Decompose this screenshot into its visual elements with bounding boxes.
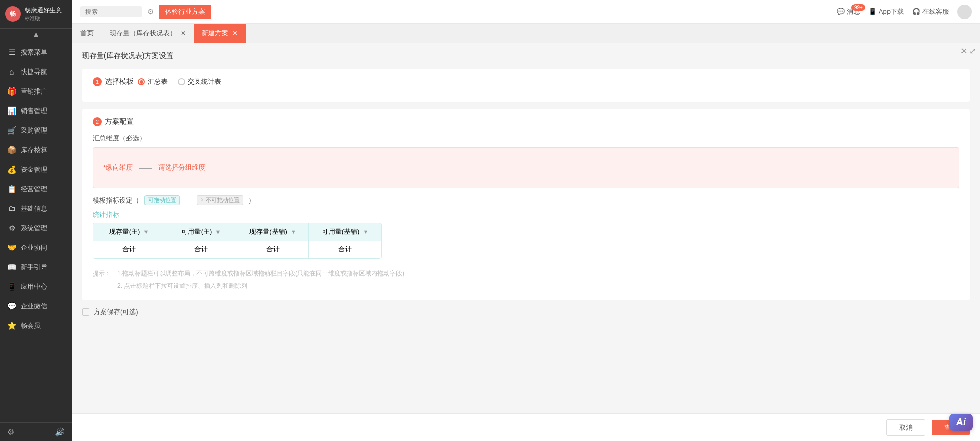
radio-cross[interactable]: 交叉统计表 bbox=[178, 77, 221, 86]
phone-icon: 📱 bbox=[868, 8, 877, 15]
stats-agg-label: 合计 bbox=[194, 245, 208, 254]
sidebar-item-new-guide[interactable]: 📖新手引导 bbox=[0, 258, 72, 277]
user-avatar[interactable] bbox=[957, 5, 972, 19]
stats-header-cell[interactable]: 可用量(基辅)▼ bbox=[309, 223, 381, 241]
sidebar-item-membership[interactable]: ⭐畅会员 bbox=[0, 316, 72, 336]
stats-header-cell[interactable]: 现存量(主)▼ bbox=[93, 223, 165, 241]
step1-header: 1 选择模板 汇总表 交叉统计表 bbox=[93, 77, 959, 86]
save-option: 方案保存(可选) bbox=[82, 307, 970, 317]
trial-button[interactable]: 体验行业方案 bbox=[159, 5, 211, 19]
settings-icon-btn[interactable]: ⚙ bbox=[7, 427, 14, 437]
sidebar-nav: ☰搜索菜单⌂快捷导航🎁营销推广📊销售管理🛒采购管理📦库存核算💰资金管理📋经营管理… bbox=[0, 41, 72, 422]
chevron-down-icon[interactable]: ▼ bbox=[143, 229, 149, 235]
stats-col-label: 可用量(基辅) bbox=[322, 227, 360, 236]
sidebar-item-wechat[interactable]: 💬企业微信 bbox=[0, 297, 72, 316]
app-name: 畅康通好生意 bbox=[25, 6, 62, 15]
new-guide-icon: 📖 bbox=[7, 263, 16, 272]
topbar: ⚙ 体验行业方案 💬 消息 99+ 📱 App下载 🎧 在线客服 bbox=[72, 0, 980, 24]
sidebar-item-sales[interactable]: 📊销售管理 bbox=[0, 101, 72, 121]
cooperation-label: 企业协同 bbox=[21, 243, 47, 252]
save-checkbox[interactable] bbox=[82, 308, 89, 316]
stats-body-col: 合计 bbox=[309, 241, 381, 258]
topbar-right: 💬 消息 99+ 📱 App下载 🎧 在线客服 bbox=[837, 5, 972, 19]
sidebar-scroll-up[interactable]: ▲ bbox=[0, 29, 72, 41]
sidebar-bottom: ⚙ 🔊 bbox=[0, 422, 72, 441]
stats-col-label: 可用量(主) bbox=[181, 227, 212, 236]
sales-label: 销售管理 bbox=[21, 106, 47, 116]
chevron-down-icon[interactable]: ▼ bbox=[215, 229, 221, 235]
app-download-label: App下载 bbox=[879, 7, 904, 16]
marketing-icon: 🎁 bbox=[7, 87, 16, 96]
page-title: 现存量(库存状况表)方案设置 bbox=[82, 51, 970, 61]
sidebar-item-purchase[interactable]: 🛒采购管理 bbox=[0, 121, 72, 140]
stats-body-cell: 合计 bbox=[93, 241, 165, 258]
chevron-down-icon[interactable]: ▼ bbox=[291, 229, 296, 235]
stats-agg-label: 合计 bbox=[122, 245, 136, 254]
radio-cross-label: 交叉统计表 bbox=[188, 77, 221, 86]
sidebar-item-quick-nav[interactable]: ⌂快捷导航 bbox=[0, 62, 72, 82]
membership-icon: ⭐ bbox=[7, 321, 16, 330]
ai-badge[interactable]: Ai bbox=[949, 414, 973, 431]
system-icon: ⚙ bbox=[7, 224, 16, 233]
stats-table: 现存量(主)▼可用量(主)▼现存量(基辅)▼可用量(基辅)▼ 合计合计合计合计 bbox=[93, 223, 382, 259]
chevron-down-icon[interactable]: ▼ bbox=[362, 229, 368, 235]
online-service-btn[interactable]: 🎧 在线客服 bbox=[912, 7, 949, 16]
dimension-label: 汇总维度（必选） bbox=[93, 134, 959, 143]
sidebar-item-operations[interactable]: 📋经营管理 bbox=[0, 179, 72, 199]
tab-inventory-status[interactable]: 现存量（库存状况表） ✕ bbox=[102, 24, 194, 43]
quick-nav-label: 快捷导航 bbox=[21, 67, 47, 77]
sidebar-logo: 畅 畅康通好生意 标准版 bbox=[0, 0, 72, 29]
step2-label: 方案配置 bbox=[105, 117, 134, 126]
tab-home[interactable]: 首页 bbox=[72, 24, 102, 43]
panel-close-btn[interactable]: ✕ bbox=[960, 46, 967, 56]
stats-body-col: 合计 bbox=[93, 241, 165, 258]
sidebar-item-finance[interactable]: 💰资金管理 bbox=[0, 160, 72, 179]
sidebar-item-search-menu[interactable]: ☰搜索菜单 bbox=[0, 43, 72, 62]
stats-header-cell[interactable]: 可用量(主)▼ bbox=[165, 223, 237, 241]
stats-body-cell: 合计 bbox=[309, 241, 381, 258]
template-radio-group: 汇总表 交叉统计表 bbox=[138, 77, 221, 86]
stats-body-cell: 合计 bbox=[165, 241, 237, 258]
search-input[interactable] bbox=[80, 6, 142, 17]
radio-summary[interactable]: 汇总表 bbox=[138, 77, 168, 86]
stats-header-col: 可用量(基辅)▼ bbox=[309, 223, 381, 241]
purchase-icon: 🛒 bbox=[7, 126, 16, 135]
stats-col-label: 现存量(主) bbox=[109, 227, 140, 236]
step1-badge: 1 bbox=[93, 77, 102, 86]
stats-body-cell: 合计 bbox=[237, 241, 308, 258]
tab-new-plan-close[interactable]: ✕ bbox=[231, 30, 239, 37]
unmovable-label: 不可拖动位置 bbox=[206, 196, 240, 204]
gear-icon-btn[interactable]: ⚙ bbox=[147, 7, 154, 16]
message-btn[interactable]: 💬 消息 99+ bbox=[837, 7, 860, 16]
sidebar-item-marketing[interactable]: 🎁营销推广 bbox=[0, 82, 72, 101]
tab-new-plan[interactable]: 新建方案 ✕ bbox=[194, 24, 246, 43]
tab-new-plan-label: 新建方案 bbox=[202, 29, 228, 38]
app-center-label: 应用中心 bbox=[21, 282, 47, 291]
app-edition: 标准版 bbox=[25, 15, 62, 22]
sound-icon-btn[interactable]: 🔊 bbox=[55, 427, 65, 437]
x-icon: ☓ bbox=[201, 197, 204, 204]
sidebar: 畅 畅康通好生意 标准版 ▲ ☰搜索菜单⌂快捷导航🎁营销推广📊销售管理🛒采购管理… bbox=[0, 0, 72, 441]
dimension-placeholder[interactable]: 请选择分组维度 bbox=[158, 163, 205, 172]
app-download-btn[interactable]: 📱 App下载 bbox=[868, 7, 904, 16]
stats-body-col: 合计 bbox=[237, 241, 309, 258]
cooperation-icon: 🤝 bbox=[7, 243, 16, 252]
panel-expand-btn[interactable]: ⤢ bbox=[969, 46, 976, 56]
cancel-button[interactable]: 取消 bbox=[886, 419, 925, 436]
sidebar-item-basics[interactable]: 🗂基础信息 bbox=[0, 199, 72, 218]
app-name-block: 畅康通好生意 标准版 bbox=[25, 6, 62, 22]
sidebar-item-system[interactable]: ⚙系统管理 bbox=[0, 218, 72, 238]
sidebar-item-cooperation[interactable]: 🤝企业协同 bbox=[0, 238, 72, 258]
tab-inventory-status-close[interactable]: ✕ bbox=[179, 30, 187, 37]
radio-summary-label: 汇总表 bbox=[148, 77, 168, 86]
operations-icon: 📋 bbox=[7, 185, 16, 194]
indicator-sep bbox=[185, 196, 192, 205]
sidebar-item-app-center[interactable]: 📱应用中心 bbox=[0, 277, 72, 297]
sidebar-item-inventory[interactable]: 📦库存核算 bbox=[0, 140, 72, 160]
wechat-icon: 💬 bbox=[7, 302, 16, 311]
inventory-icon: 📦 bbox=[7, 145, 16, 155]
stats-table-body: 合计合计合计合计 bbox=[93, 241, 381, 258]
save-option-label: 方案保存(可选) bbox=[94, 307, 138, 317]
stats-header-cell[interactable]: 现存量(基辅)▼ bbox=[237, 223, 308, 241]
quick-nav-icon: ⌂ bbox=[7, 67, 16, 76]
